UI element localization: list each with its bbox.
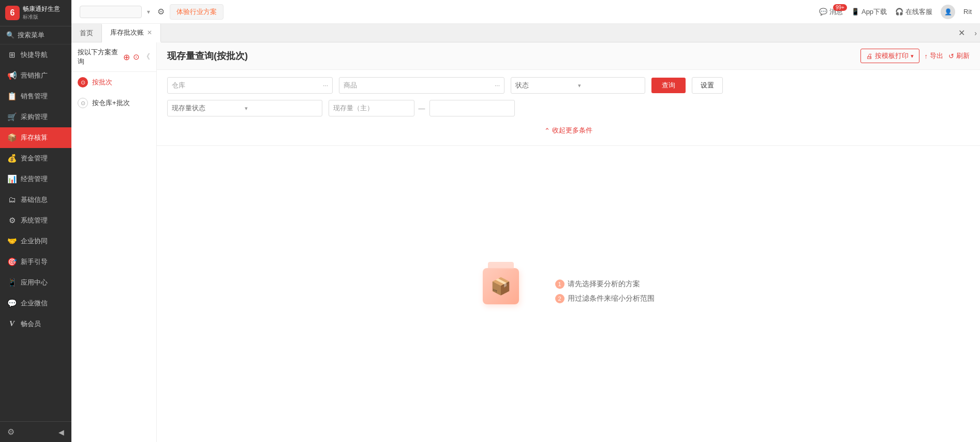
experience-button[interactable]: 体验行业方案 bbox=[170, 4, 224, 20]
product-dots[interactable]: ··· bbox=[495, 82, 500, 89]
filter-row-1: 仓库 ··· 商品 ··· 状态 ▾ 查询 设置 bbox=[167, 77, 970, 94]
search-icon: 🔍 bbox=[6, 31, 14, 39]
online-service-action[interactable]: 🎧 在线客服 bbox=[895, 7, 932, 17]
topbar-right: 💬 消息 99+ 📱 App下载 🎧 在线客服 👤 Rit bbox=[819, 5, 972, 19]
operations-icon: 📊 bbox=[7, 174, 17, 184]
filter-area: 仓库 ··· 商品 ··· 状态 ▾ 查询 设置 bbox=[157, 70, 980, 146]
quick-nav-icon: ⊞ bbox=[7, 50, 17, 60]
message-icon: 💬 bbox=[819, 8, 827, 16]
tab-close-icon[interactable]: ✕ bbox=[147, 29, 152, 36]
plan-item-by-batch[interactable]: ⊙ 按批次 bbox=[71, 72, 156, 93]
inventory-status-filter[interactable]: 现存量状态 ▾ bbox=[167, 100, 322, 116]
left-panel-header: 按以下方案查询 ⊕ ⊙ 《 bbox=[71, 42, 156, 72]
sidebar-item-wechat[interactable]: 💬 企业微信 bbox=[0, 293, 71, 314]
collapse-sidebar-icon[interactable]: ◀ bbox=[58, 428, 64, 436]
main-area: ▾ ⚙ 体验行业方案 💬 消息 99+ 📱 App下载 🎧 在线客服 👤 Rit bbox=[71, 0, 980, 442]
settings-plan-icon[interactable]: ⊙ bbox=[133, 52, 140, 62]
sidebar-item-inventory[interactable]: 📦 库存核算 bbox=[0, 127, 71, 148]
sidebar-item-newguide[interactable]: 🎯 新手引导 bbox=[0, 252, 71, 272]
settings-icon[interactable]: ⚙ bbox=[7, 427, 14, 437]
plan-active-icon: ⊙ bbox=[78, 77, 88, 87]
warehouse-filter[interactable]: 仓库 ··· bbox=[167, 77, 333, 94]
sidebar: 6 畅康通好生意 标准版 🔍 搜索菜单 ⊞ 快捷导航 📢 营销推广 📋 销售管理… bbox=[0, 0, 71, 442]
step2-num: 2 bbox=[555, 294, 565, 303]
page-header-actions: 🖨 按模板打印 ▾ ↑ 导出 ↺ 刷新 bbox=[860, 49, 970, 63]
sidebar-search[interactable]: 🔍 搜索菜单 bbox=[0, 26, 71, 45]
empty-state: 📦 1 请先选择要分析的方案 2 用过滤条件来缩小分析范围 bbox=[157, 146, 980, 442]
plan-item-warehouse-batch[interactable]: ⊙ 按仓库+批次 bbox=[71, 93, 156, 113]
user-name: Rit bbox=[963, 8, 972, 16]
inventory-icon: 📦 bbox=[7, 133, 17, 142]
purchase-icon: 🛒 bbox=[7, 112, 17, 122]
collapse-up-icon: ⌃ bbox=[544, 127, 550, 135]
wechat-icon: 💬 bbox=[7, 299, 17, 308]
tab-bar: 首页 库存批次账 ✕ ✕ › bbox=[71, 24, 980, 42]
member-icon: V bbox=[7, 319, 17, 329]
tab-home[interactable]: 首页 bbox=[71, 24, 102, 42]
product-filter[interactable]: 商品 ··· bbox=[339, 77, 504, 94]
app-download-action[interactable]: 📱 App下载 bbox=[851, 7, 887, 17]
inventory-qty-max[interactable] bbox=[429, 100, 515, 116]
sidebar-item-sales[interactable]: 📋 销售管理 bbox=[0, 86, 71, 107]
range-separator: — bbox=[417, 105, 427, 112]
warehouse-dots[interactable]: ··· bbox=[323, 82, 328, 89]
status-arrow-icon: ▾ bbox=[578, 82, 641, 89]
topbar-chevron-icon[interactable]: ▾ bbox=[147, 8, 150, 16]
marketing-icon: 📢 bbox=[7, 71, 17, 80]
sidebar-item-basic[interactable]: 🗂 基础信息 bbox=[0, 189, 71, 210]
messages-action[interactable]: 💬 消息 99+ bbox=[819, 7, 843, 17]
enterprise-icon: 🤝 bbox=[7, 237, 17, 246]
user-avatar[interactable]: 👤 bbox=[941, 5, 955, 19]
printer-icon: 🖨 bbox=[866, 52, 873, 60]
app-edition: 标准版 bbox=[23, 13, 60, 21]
headset-icon: 🎧 bbox=[895, 8, 903, 16]
export-button[interactable]: ↑ 导出 bbox=[925, 51, 944, 61]
collapse-more-button[interactable]: ⌃ 收起更多条件 bbox=[167, 123, 970, 138]
filter-settings-button[interactable]: 设置 bbox=[692, 77, 723, 94]
print-dropdown-icon[interactable]: ▾ bbox=[911, 53, 914, 60]
empty-text: 1 请先选择要分析的方案 2 用过滤条件来缩小分析范围 bbox=[555, 279, 655, 308]
tab-side-arrow-icon[interactable]: › bbox=[971, 25, 980, 41]
status-filter[interactable]: 状态 ▾ bbox=[511, 77, 645, 94]
sidebar-header: 6 畅康通好生意 标准版 bbox=[0, 0, 71, 26]
app-logo: 6 bbox=[5, 6, 20, 20]
sidebar-item-appcenter[interactable]: 📱 应用中心 bbox=[0, 272, 71, 293]
plan-inactive-icon: ⊙ bbox=[78, 98, 88, 108]
content-area: 按以下方案查询 ⊕ ⊙ 《 ⊙ 按批次 ⊙ 按仓库+批次 现存量查询(按批次) bbox=[71, 42, 980, 442]
sales-icon: 📋 bbox=[7, 92, 17, 101]
inventory-qty-range: 现存量（主） — bbox=[329, 100, 515, 116]
phone-icon: 📱 bbox=[851, 8, 859, 16]
sidebar-item-operations[interactable]: 📊 经营管理 bbox=[0, 169, 71, 189]
query-button[interactable]: 查询 bbox=[651, 78, 686, 93]
basic-icon: 🗂 bbox=[7, 195, 17, 204]
sidebar-item-enterprise[interactable]: 🤝 企业协同 bbox=[0, 231, 71, 252]
sidebar-nav: ⊞ 快捷导航 📢 营销推广 📋 销售管理 🛒 采购管理 📦 库存核算 💰 资金管… bbox=[0, 45, 71, 421]
newguide-icon: 🎯 bbox=[7, 257, 17, 267]
appcenter-icon: 📱 bbox=[7, 278, 17, 287]
sidebar-item-purchase[interactable]: 🛒 采购管理 bbox=[0, 107, 71, 127]
app-name: 畅康通好生意 bbox=[23, 5, 60, 13]
step1-num: 1 bbox=[555, 279, 565, 289]
add-plan-icon[interactable]: ⊕ bbox=[123, 52, 130, 62]
sidebar-item-marketing[interactable]: 📢 营销推广 bbox=[0, 65, 71, 86]
refresh-button[interactable]: ↺ 刷新 bbox=[948, 51, 970, 61]
sidebar-item-system[interactable]: ⚙ 系统管理 bbox=[0, 210, 71, 231]
finance-icon: 💰 bbox=[7, 154, 17, 163]
filter-row-2: 现存量状态 ▾ 现存量（主） — bbox=[167, 100, 970, 116]
print-button[interactable]: 🖨 按模板打印 ▾ bbox=[860, 49, 919, 63]
refresh-icon: ↺ bbox=[948, 52, 954, 60]
tab-inventory-batch[interactable]: 库存批次账 ✕ bbox=[102, 24, 161, 42]
topbar: ▾ ⚙ 体验行业方案 💬 消息 99+ 📱 App下载 🎧 在线客服 👤 Rit bbox=[71, 0, 980, 24]
topbar-search-box[interactable] bbox=[80, 6, 142, 18]
sidebar-item-member[interactable]: V 畅会员 bbox=[0, 314, 71, 334]
topbar-gear-icon[interactable]: ⚙ bbox=[157, 7, 165, 17]
sidebar-footer: ⚙ ◀ bbox=[0, 421, 71, 442]
page-header: 现存量查询(按批次) 🖨 按模板打印 ▾ ↑ 导出 ↺ 刷新 bbox=[157, 42, 980, 70]
sidebar-item-finance[interactable]: 💰 资金管理 bbox=[0, 148, 71, 169]
inventory-qty-min[interactable]: 现存量（主） bbox=[329, 100, 414, 116]
topbar-search-input[interactable] bbox=[84, 8, 126, 16]
sidebar-item-quick-nav[interactable]: ⊞ 快捷导航 bbox=[0, 45, 71, 65]
tab-side-close-icon[interactable]: ✕ bbox=[952, 24, 971, 42]
export-icon: ↑ bbox=[925, 52, 928, 60]
collapse-panel-icon[interactable]: 《 bbox=[143, 52, 150, 62]
